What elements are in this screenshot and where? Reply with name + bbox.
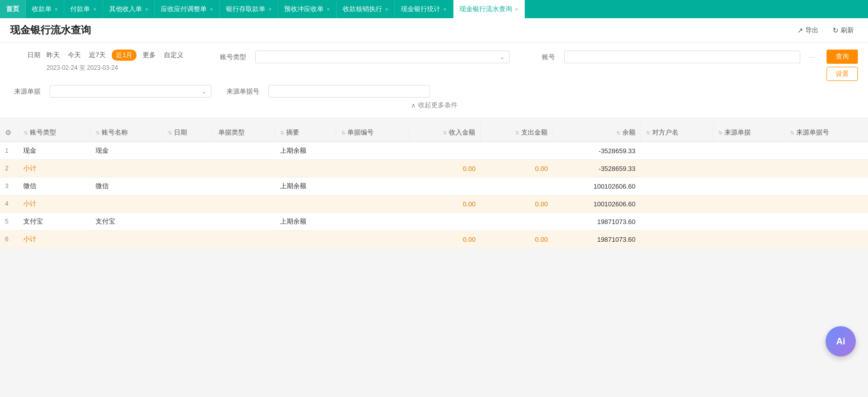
cell-summary xyxy=(275,231,336,248)
nav-tab-cash-flow-query[interactable]: 现金银行流水查询 × xyxy=(453,0,525,18)
source-doc-select[interactable]: ⌄ xyxy=(50,85,211,98)
close-icon[interactable]: × xyxy=(93,6,96,12)
sort-icon: ⇅ xyxy=(443,130,447,136)
cell-doc-type xyxy=(213,160,275,178)
close-icon[interactable]: × xyxy=(55,6,58,12)
cell-income: 0.00 xyxy=(408,231,481,248)
cell-doc-type xyxy=(213,231,275,248)
cell-balance: -3528659.33 xyxy=(553,142,641,160)
query-button[interactable]: 查询 xyxy=(827,50,858,64)
nav-tab-other-income[interactable]: 其他收入单 × xyxy=(103,0,155,18)
cell-account-name xyxy=(90,231,163,248)
cell-account-type: 小计 xyxy=(18,195,90,213)
nav-tab-prepay-offset[interactable]: 预收冲应收单 × xyxy=(278,0,336,18)
cell-balance: 100102606.60 xyxy=(553,195,641,213)
nav-tab-bank-deposit[interactable]: 银行存取款单 × xyxy=(220,0,278,18)
chevron-down-icon: ⌄ xyxy=(201,87,207,95)
col-doc-type[interactable]: 单据类型 xyxy=(213,123,275,142)
cell-balance: 19871073.60 xyxy=(553,231,641,248)
close-icon[interactable]: × xyxy=(210,6,213,12)
cell-counterparty xyxy=(641,142,713,160)
source-doc-num-input[interactable] xyxy=(268,85,430,98)
nav-tab-ar-ap-adjust[interactable]: 应收应付调整单 × xyxy=(155,0,219,18)
nav-tab-receipt-verify[interactable]: 收款核销执行 × xyxy=(337,0,395,18)
col-source-doc[interactable]: ⇅来源单据 xyxy=(713,123,785,142)
col-summary[interactable]: ⇅摘要 xyxy=(275,123,336,142)
table-settings-icon[interactable]: ⚙ xyxy=(5,128,12,137)
top-nav: 首页 收款单 × 付款单 × 其他收入单 × 应收应付调整单 × 银行存取款单 … xyxy=(0,0,868,18)
sort-icon: ⇅ xyxy=(718,130,722,136)
refresh-button[interactable]: ↻ 刷新 xyxy=(829,24,858,37)
cell-income xyxy=(408,178,481,195)
export-button[interactable]: ↗ 导出 xyxy=(793,24,823,37)
col-doc-number[interactable]: ⇅单据编号 xyxy=(336,123,408,142)
cell-expense: 0.00 xyxy=(481,231,553,248)
date-filter-label: 日期 xyxy=(10,51,40,60)
sort-icon: ⇅ xyxy=(280,130,284,136)
col-account-name[interactable]: ⇅账号名称 xyxy=(90,123,163,142)
close-icon[interactable]: × xyxy=(327,6,330,12)
cell-balance: -3528659.33 xyxy=(553,160,641,178)
col-source-doc-num[interactable]: ⇅来源单据号 xyxy=(785,123,868,142)
cell-doc-number xyxy=(336,195,408,213)
cell-date xyxy=(163,160,213,178)
cell-source-doc_num xyxy=(785,195,868,213)
nav-home[interactable]: 首页 xyxy=(0,0,26,18)
close-icon[interactable]: × xyxy=(385,6,388,12)
date-shortcut-7days[interactable]: 近7天 xyxy=(87,50,108,61)
cell-balance: 100102606.60 xyxy=(553,178,641,195)
cell-income: 0.00 xyxy=(408,195,481,213)
table-row: 5支付宝支付宝上期余额19871073.60 xyxy=(0,213,868,231)
account-input[interactable] xyxy=(564,51,800,63)
nav-tab-receipts[interactable]: 收款单 × xyxy=(26,0,64,18)
cell-expense xyxy=(481,142,553,160)
close-icon[interactable]: × xyxy=(268,6,271,12)
cell-source-doc xyxy=(713,178,785,195)
col-account-type[interactable]: ⇅账号类型 xyxy=(18,123,90,142)
col-date[interactable]: ⇅日期 xyxy=(163,123,213,142)
row-number: 3 xyxy=(0,178,18,195)
col-balance[interactable]: ⇅余额 xyxy=(553,123,641,142)
close-icon[interactable]: × xyxy=(515,6,518,12)
col-income[interactable]: ⇅收入金额 xyxy=(408,123,481,142)
action-buttons: 查询 设置 xyxy=(827,50,858,81)
cell-doc-type xyxy=(213,195,275,213)
row-number: 4 xyxy=(0,195,18,213)
chevron-down-icon: ⌄ xyxy=(499,53,505,61)
cell-date xyxy=(163,231,213,248)
cell-account-name: 支付宝 xyxy=(90,213,163,231)
cell-summary: 上期余额 xyxy=(275,178,336,195)
cell-expense xyxy=(481,178,553,195)
col-counterparty[interactable]: ⇅对方户名 xyxy=(641,123,713,142)
date-shortcut-1month[interactable]: 近1月 xyxy=(112,50,136,61)
cell-source-doc xyxy=(713,142,785,160)
cell-expense: 0.00 xyxy=(481,160,553,178)
chevron-up-icon: ∧ xyxy=(411,102,416,109)
account-type-select[interactable]: ⌄ xyxy=(255,51,510,63)
col-expense[interactable]: ⇅支出金额 xyxy=(481,123,553,142)
close-icon[interactable]: × xyxy=(443,6,446,12)
date-range-display: 2023-02-24 至 2023-03-24 xyxy=(47,64,118,71)
page-title: 现金银行流水查询 xyxy=(10,23,91,37)
cell-counterparty xyxy=(641,178,713,195)
cell-source-doc xyxy=(713,213,785,231)
collapse-conditions-button[interactable]: ∧ 收起更多条件 xyxy=(10,98,858,111)
account-more-button[interactable]: ··· xyxy=(805,53,818,61)
settings-button[interactable]: 设置 xyxy=(827,67,858,81)
date-shortcut-yesterday[interactable]: 昨天 xyxy=(44,50,62,61)
refresh-icon: ↻ xyxy=(833,26,839,34)
sort-icon: ⇅ xyxy=(790,130,794,136)
cell-expense xyxy=(481,213,553,231)
close-icon[interactable]: × xyxy=(145,6,148,12)
row-number: 1 xyxy=(0,142,18,160)
date-shortcut-custom[interactable]: 自定义 xyxy=(162,50,186,61)
table-row: 1现金现金上期余额-3528659.33 xyxy=(0,142,868,160)
cell-counterparty xyxy=(641,160,713,178)
cell-source-doc xyxy=(713,160,785,178)
cell-doc-number xyxy=(336,160,408,178)
date-shortcut-more[interactable]: 更多 xyxy=(141,50,158,61)
nav-tab-cash-bank-stats[interactable]: 现金银行统计 × xyxy=(395,0,453,18)
cell-account-type: 现金 xyxy=(18,142,90,160)
date-shortcut-today[interactable]: 今天 xyxy=(66,50,83,61)
nav-tab-payments[interactable]: 付款单 × xyxy=(64,0,103,18)
